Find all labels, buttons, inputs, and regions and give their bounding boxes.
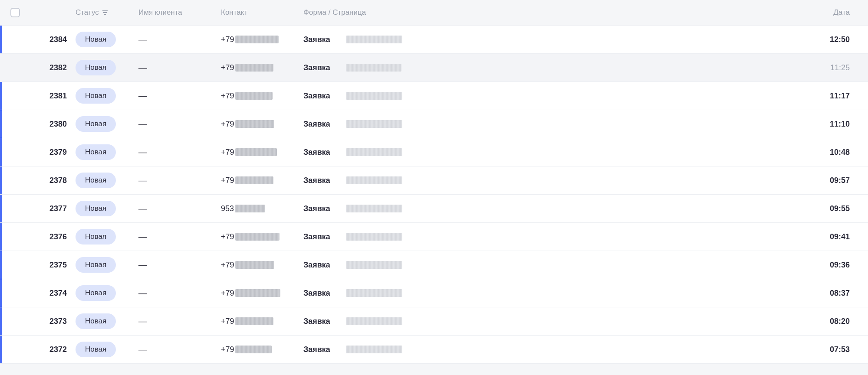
redacted-contact xyxy=(235,64,273,72)
row-date-cell: 10:48 xyxy=(659,148,858,157)
row-contact-cell: +79 xyxy=(221,345,303,354)
row-name-cell: — xyxy=(138,119,221,129)
form-label: Заявка xyxy=(303,35,334,44)
row-status-cell: Новая xyxy=(76,313,138,329)
row-contact-cell: 953 xyxy=(221,204,303,213)
form-label: Заявка xyxy=(303,91,334,101)
table-row[interactable]: 2380Новая—+79Заявка11:10 xyxy=(0,110,868,138)
redacted-page xyxy=(346,120,402,128)
status-badge[interactable]: Новая xyxy=(76,32,116,47)
row-name-cell: — xyxy=(138,35,221,45)
row-contact-cell: +79 xyxy=(221,148,303,157)
contact-prefix: +79 xyxy=(221,35,234,44)
row-id: 2372 xyxy=(49,345,67,354)
row-form-cell: Заявка xyxy=(303,204,659,213)
redacted-page xyxy=(346,176,402,184)
table-body: 2384Новая—+79Заявка12:502382Новая—+79Зая… xyxy=(0,26,868,364)
row-date-cell: 07:53 xyxy=(659,345,858,354)
form-label: Заявка xyxy=(303,345,334,354)
row-id: 2381 xyxy=(49,91,67,100)
client-name-empty: — xyxy=(138,91,147,101)
row-id-cell: 2384 xyxy=(32,35,76,44)
table-row[interactable]: 2379Новая—+79Заявка10:48 xyxy=(0,138,868,166)
status-badge[interactable]: Новая xyxy=(76,60,116,75)
form-label: Заявка xyxy=(303,63,334,72)
row-id: 2384 xyxy=(49,35,67,44)
status-badge[interactable]: Новая xyxy=(76,201,116,216)
row-time: 11:10 xyxy=(830,120,850,128)
row-date-cell: 11:17 xyxy=(659,91,858,101)
table-row[interactable]: 2378Новая—+79Заявка09:57 xyxy=(0,166,868,195)
status-badge[interactable]: Новая xyxy=(76,257,116,273)
redacted-page xyxy=(346,289,402,297)
header-contact-label: Контакт xyxy=(221,8,247,16)
header-date[interactable]: Дата xyxy=(659,8,858,17)
row-form-cell: Заявка xyxy=(303,261,659,270)
table-row[interactable]: 2377Новая—953Заявка09:55 xyxy=(0,195,868,223)
contact-prefix: +79 xyxy=(221,317,234,326)
row-name-cell: — xyxy=(138,176,221,186)
contact-prefix: +79 xyxy=(221,345,234,354)
redacted-contact xyxy=(235,36,279,43)
row-time: 10:48 xyxy=(830,148,850,157)
row-id-cell: 2375 xyxy=(32,261,76,270)
row-id: 2373 xyxy=(49,317,67,326)
row-name-cell: — xyxy=(138,204,221,214)
contact-prefix: +79 xyxy=(221,63,234,72)
row-status-cell: Новая xyxy=(76,32,138,47)
row-date-cell: 09:36 xyxy=(659,261,858,270)
row-form-cell: Заявка xyxy=(303,317,659,326)
row-date-cell: 09:41 xyxy=(659,232,858,241)
row-status-cell: Новая xyxy=(76,173,138,188)
row-id-cell: 2380 xyxy=(32,120,76,129)
table-row[interactable]: 2381Новая—+79Заявка11:17 xyxy=(0,82,868,110)
row-time: 08:20 xyxy=(830,317,850,326)
table-row[interactable]: 2373Новая—+79Заявка08:20 xyxy=(0,307,868,336)
status-badge[interactable]: Новая xyxy=(76,144,116,160)
status-badge[interactable]: Новая xyxy=(76,313,116,329)
row-contact-cell: +79 xyxy=(221,232,303,241)
status-badge[interactable]: Новая xyxy=(76,229,116,245)
table-row[interactable]: 2372Новая—+79Заявка07:53 xyxy=(0,336,868,364)
redacted-contact xyxy=(235,205,265,212)
client-name-empty: — xyxy=(138,345,147,354)
header-contact[interactable]: Контакт xyxy=(221,8,303,17)
redacted-page xyxy=(346,36,402,43)
header-client-name[interactable]: Имя клиента xyxy=(138,8,221,17)
row-contact-cell: +79 xyxy=(221,289,303,298)
row-id: 2378 xyxy=(49,176,67,185)
table-row[interactable]: 2384Новая—+79Заявка12:50 xyxy=(0,26,868,54)
form-label: Заявка xyxy=(303,317,334,326)
table-row[interactable]: 2374Новая—+79Заявка08:37 xyxy=(0,279,868,307)
status-badge[interactable]: Новая xyxy=(76,173,116,188)
client-name-empty: — xyxy=(138,316,147,326)
client-name-empty: — xyxy=(138,232,147,241)
row-name-cell: — xyxy=(138,147,221,157)
contact-prefix: +79 xyxy=(221,261,234,270)
filter-icon[interactable] xyxy=(102,9,108,16)
select-all-checkbox[interactable] xyxy=(10,8,20,17)
header-status[interactable]: Статус xyxy=(76,8,138,17)
header-form-page[interactable]: Форма / Страница xyxy=(303,8,659,17)
status-badge[interactable]: Новая xyxy=(76,342,116,357)
row-date-cell: 11:10 xyxy=(659,120,858,129)
form-label: Заявка xyxy=(303,261,334,270)
row-status-cell: Новая xyxy=(76,257,138,273)
status-badge[interactable]: Новая xyxy=(76,88,116,104)
status-badge[interactable]: Новая xyxy=(76,116,116,132)
row-id-cell: 2378 xyxy=(32,176,76,185)
row-date-cell: 09:55 xyxy=(659,204,858,213)
row-id: 2375 xyxy=(49,261,67,269)
redacted-contact xyxy=(235,289,280,297)
row-contact-cell: +79 xyxy=(221,176,303,185)
row-name-cell: — xyxy=(138,345,221,355)
redacted-page xyxy=(346,148,402,156)
table-header: Статус Имя клиента Контакт Форма / Стран… xyxy=(0,0,868,26)
table-row[interactable]: 2375Новая—+79Заявка09:36 xyxy=(0,251,868,279)
client-name-empty: — xyxy=(138,35,147,44)
status-badge[interactable]: Новая xyxy=(76,285,116,301)
table-row[interactable]: 2382Новая—+79Заявка11:25 xyxy=(0,54,868,82)
contact-prefix: +79 xyxy=(221,91,234,101)
contact-prefix: +79 xyxy=(221,148,234,157)
table-row[interactable]: 2376Новая—+79Заявка09:41 xyxy=(0,223,868,251)
